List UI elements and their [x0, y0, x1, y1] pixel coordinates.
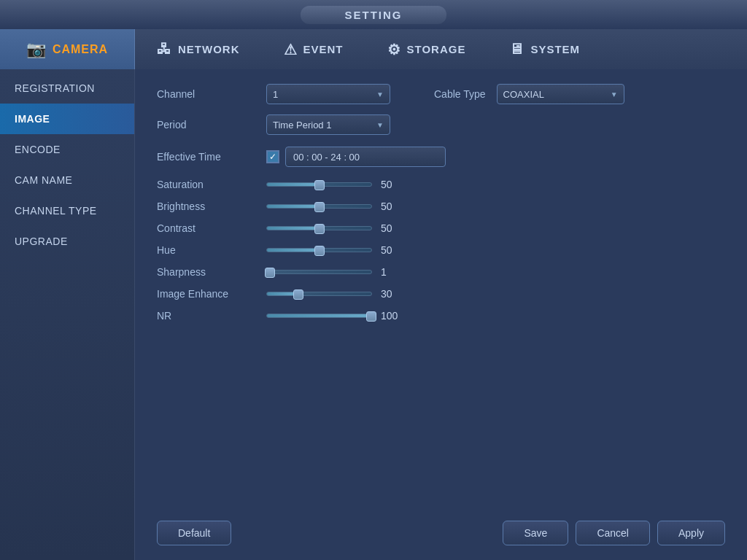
slider-value-brightness: 50 — [381, 201, 406, 212]
action-buttons: Save Cancel Apply — [503, 521, 725, 545]
slider-row-brightness: Brightness50 — [157, 201, 725, 212]
nav-network-label: NETWORK — [178, 43, 240, 55]
title-text: SETTING — [301, 6, 446, 24]
slider-label-hue: Hue — [157, 244, 266, 256]
main-area: REGISTRATION IMAGE ENCODE CAM NAME CHANN… — [0, 69, 747, 560]
slider-value-sharpness: 1 — [381, 266, 406, 278]
nav-network[interactable]: 🖧 NETWORK — [135, 29, 262, 69]
slider-fill-saturation — [267, 183, 320, 186]
cable-type-label: Cable Type — [434, 88, 486, 100]
slider-fill-contrast — [267, 227, 320, 230]
slider-value-contrast: 50 — [381, 222, 406, 234]
title-bar: SETTING — [0, 0, 747, 29]
channel-cable-row: Channel 1 ▼ Cable Type COAXIAL ▼ — [157, 84, 725, 104]
sidebar-item-upgrade[interactable]: UPGRADE — [0, 226, 134, 257]
slider-fill-brightness — [267, 205, 320, 208]
sidebar-item-registration[interactable]: REGISTRATION — [0, 73, 134, 104]
period-row: Period Time Period 1 ▼ — [157, 114, 725, 135]
sidebar-item-encode[interactable]: ENCODE — [0, 134, 134, 165]
sidebar-item-channel-type[interactable]: CHANNEL TYPE — [0, 195, 134, 226]
storage-icon: ⚙ — [387, 41, 401, 58]
cable-type-dropdown[interactable]: COAXIAL ▼ — [497, 84, 624, 104]
period-dropdown-arrow: ▼ — [376, 121, 384, 129]
apply-button[interactable]: Apply — [657, 521, 725, 545]
channel-label: Channel — [157, 88, 266, 100]
slider-row-saturation: Saturation50 — [157, 179, 725, 190]
slider-label-contrast: Contrast — [157, 222, 266, 234]
slider-value-saturation: 50 — [381, 179, 406, 190]
slider-value-nr: 100 — [381, 310, 406, 322]
cancel-button[interactable]: Cancel — [576, 521, 650, 545]
slider-thumb-saturation[interactable] — [314, 180, 325, 190]
slider-thumb-contrast[interactable] — [314, 224, 325, 234]
nav-event[interactable]: ⚠ EVENT — [262, 29, 365, 69]
sliders-container: Saturation50Brightness50Contrast50Hue50S… — [157, 179, 725, 332]
slider-track-brightness[interactable] — [266, 204, 372, 209]
slider-thumb-nr[interactable] — [366, 311, 376, 322]
content-panel: Channel 1 ▼ Cable Type COAXIAL ▼ Period … — [135, 69, 747, 560]
nav-storage[interactable]: ⚙ STORAGE — [365, 29, 488, 69]
nav-system[interactable]: 🖥 SYSTEM — [487, 29, 602, 69]
effective-time-label: Effective Time — [157, 151, 266, 163]
system-icon: 🖥 — [509, 41, 525, 58]
slider-fill-nr — [267, 314, 371, 317]
slider-row-nr: NR100 — [157, 310, 725, 322]
checkbox-check-icon: ✓ — [269, 152, 276, 162]
slider-track-nr[interactable] — [266, 314, 372, 318]
slider-value-hue: 50 — [381, 244, 406, 256]
slider-track-saturation[interactable] — [266, 182, 372, 187]
period-label: Period — [157, 119, 266, 131]
slider-thumb-sharpness[interactable] — [265, 268, 275, 278]
bottom-bar: Default Save Cancel Apply — [157, 513, 725, 545]
effective-time-row: Effective Time ✓ 00 : 00 - 24 : 00 — [157, 147, 725, 167]
slider-row-image-enhance: Image Enhance30 — [157, 288, 725, 300]
slider-track-hue[interactable] — [266, 248, 372, 252]
slider-track-contrast[interactable] — [266, 226, 372, 230]
nav-storage-label: STORAGE — [407, 43, 466, 55]
slider-row-hue: Hue50 — [157, 244, 725, 256]
sidebar-item-image[interactable]: IMAGE — [0, 104, 134, 134]
save-button[interactable]: Save — [503, 521, 568, 545]
camera-icon: 📷 — [26, 40, 47, 59]
cable-type-dropdown-arrow: ▼ — [611, 90, 618, 98]
sidebar: REGISTRATION IMAGE ENCODE CAM NAME CHANN… — [0, 69, 135, 560]
slider-thumb-brightness[interactable] — [314, 202, 325, 212]
event-icon: ⚠ — [284, 41, 298, 58]
period-dropdown[interactable]: Time Period 1 ▼ — [266, 114, 390, 135]
nav-camera-label: CAMERA — [53, 43, 108, 56]
channel-dropdown[interactable]: 1 ▼ — [266, 84, 390, 104]
cable-type-value: COAXIAL — [503, 89, 544, 100]
slider-track-image-enhance[interactable] — [266, 292, 372, 296]
channel-dropdown-arrow: ▼ — [376, 90, 384, 98]
slider-label-saturation: Saturation — [157, 179, 266, 190]
slider-fill-hue — [267, 249, 320, 252]
default-button[interactable]: Default — [157, 521, 231, 545]
slider-label-sharpness: Sharpness — [157, 266, 266, 278]
slider-track-sharpness[interactable] — [266, 270, 372, 274]
effective-time-checkbox-container: ✓ 00 : 00 - 24 : 00 — [266, 147, 446, 167]
time-range-value: 00 : 00 - 24 : 00 — [293, 152, 360, 163]
top-nav: 📷 CAMERA 🖧 NETWORK ⚠ EVENT ⚙ STORAGE 🖥 S… — [0, 29, 747, 69]
slider-row-contrast: Contrast50 — [157, 222, 725, 234]
nav-system-label: SYSTEM — [530, 43, 580, 55]
nav-event-label: EVENT — [303, 43, 344, 55]
sidebar-item-cam-name[interactable]: CAM NAME — [0, 165, 134, 195]
slider-thumb-hue[interactable] — [314, 246, 325, 256]
time-range-field[interactable]: 00 : 00 - 24 : 00 — [285, 147, 446, 167]
slider-thumb-image-enhance[interactable] — [293, 289, 303, 300]
network-icon: 🖧 — [157, 41, 172, 58]
slider-row-sharpness: Sharpness1 — [157, 266, 725, 278]
slider-value-image-enhance: 30 — [381, 288, 406, 300]
slider-label-brightness: Brightness — [157, 201, 266, 212]
slider-label-nr: NR — [157, 310, 266, 322]
nav-camera[interactable]: 📷 CAMERA — [0, 29, 135, 69]
period-value: Time Period 1 — [273, 120, 331, 131]
effective-time-checkbox[interactable]: ✓ — [266, 150, 279, 163]
channel-value: 1 — [273, 89, 278, 100]
slider-label-image-enhance: Image Enhance — [157, 288, 266, 300]
